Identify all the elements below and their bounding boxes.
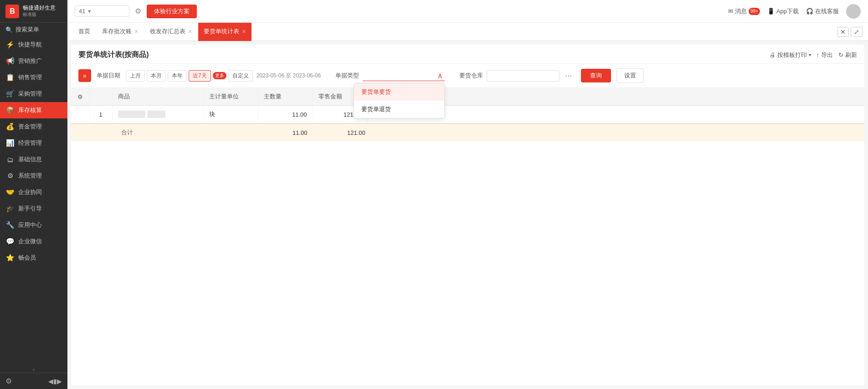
date-label: 单据日期: [97, 72, 120, 80]
dropdown-arrow-icon: ▾: [88, 8, 91, 15]
sidebar-icon-1: 📢: [5, 57, 15, 65]
refresh-btn[interactable]: ↻ 刷新: [838, 51, 857, 59]
sidebar-item-7[interactable]: 🗂 基础信息: [0, 151, 67, 168]
type-input-wrapper: ∧: [363, 70, 445, 81]
sidebar-item-1[interactable]: 📢 营销推广: [0, 53, 67, 69]
settings-icon[interactable]: ⚙: [5, 377, 12, 385]
sidebar-item-0[interactable]: ⚡ 快捷导航: [0, 36, 67, 53]
table-row: 1 块 11.00 121.00: [71, 106, 864, 123]
filter-warehouse-group: 要货仓库 ···: [459, 70, 572, 82]
topbar-dropdown[interactable]: 41 ▾: [75, 5, 129, 17]
page-actions: 🖨 按模板打印 ▾ ↑ 导出 ↻ 刷新: [770, 51, 858, 59]
sidebar-icon-6: 📊: [5, 139, 15, 147]
tab-order-stat[interactable]: 要货单统计表 ×: [198, 23, 251, 41]
sidebar-item-5[interactable]: 💰 资金管理: [0, 118, 67, 135]
sidebar-logo: B 畅捷通好生意 标准版: [0, 0, 67, 23]
sidebar-item-11[interactable]: 🔧 应用中心: [0, 217, 67, 233]
sidebar-item-13[interactable]: ⭐ 畅会员: [0, 250, 67, 266]
sidebar-item-inventory[interactable]: 📦 库存核算: [0, 102, 67, 118]
tabbar: 首页 库存批次账 × 收发存汇总表 × 要货单统计表 × ✕ ⤢: [67, 23, 868, 41]
table-footer: 合计 11.00 121.00: [71, 123, 864, 141]
msg-icon: ✉: [728, 8, 733, 15]
dropdown-item-0[interactable]: 要货单要货: [354, 83, 444, 101]
tab-home[interactable]: 首页: [73, 23, 96, 41]
data-table: ⚙ 商品 主计量单位 主数量 零: [71, 88, 864, 123]
type-arrow-icon[interactable]: ∧: [437, 72, 443, 80]
sidebar-scroll-indicator: [0, 367, 67, 373]
date-btn-prev-month[interactable]: 上月: [126, 70, 145, 82]
sidebar-item-2[interactable]: 📋 销售管理: [0, 69, 67, 86]
footer-qty: 11.00: [293, 129, 308, 136]
topbar-gear-icon[interactable]: ⚙: [135, 7, 141, 15]
product-placeholder: [118, 111, 198, 118]
col-unit: 主计量单位: [203, 88, 258, 106]
export-btn[interactable]: ↑ 导出: [817, 51, 833, 59]
trial-btn[interactable]: 体验行业方案: [147, 5, 197, 18]
tab-close-3[interactable]: ×: [242, 28, 246, 35]
collapse-icon[interactable]: ◀▮▶: [48, 378, 62, 385]
page-header: 要货单统计表(按商品) 🖨 按模板打印 ▾ ↑ 导出 ↻ 刷新: [71, 45, 864, 64]
expand-icon: »: [83, 72, 87, 79]
row-qty: 11.00: [258, 106, 313, 123]
topbar-msg[interactable]: ✉ 消息 99+: [728, 7, 760, 15]
sidebar-icon-7: 🗂: [5, 156, 15, 164]
row-unit: 块: [203, 106, 258, 123]
tab-close-2[interactable]: ×: [188, 28, 192, 35]
sidebar-icon-9: 🤝: [5, 188, 15, 196]
warehouse-input[interactable]: [487, 70, 560, 82]
query-btn[interactable]: 查询: [581, 69, 611, 82]
tabbar-close-btn[interactable]: ✕: [837, 27, 849, 37]
sidebar-item-6[interactable]: 📊 经营管理: [0, 135, 67, 151]
table-wrapper: ⚙ 商品 主计量单位 主数量 零: [71, 88, 864, 123]
date-btn-custom[interactable]: 自定义: [228, 70, 253, 82]
app-logo-icon: B: [5, 5, 19, 18]
export-icon: ↑: [817, 51, 820, 58]
col-no: [89, 88, 112, 106]
col-qty: 主数量: [258, 88, 313, 106]
sidebar-item-10[interactable]: 🎓 新手引导: [0, 200, 67, 217]
topbar-app[interactable]: 📱 App下载: [767, 7, 799, 15]
type-input[interactable]: [363, 70, 445, 81]
sidebar: B 畅捷通好生意 标准版 🔍 搜索菜单 ⚡ 快捷导航 📢 营销推广 📋 销售管理…: [0, 0, 67, 389]
tab-inventory-batch[interactable]: 库存批次账 ×: [97, 23, 144, 41]
filter-more-icon[interactable]: ···: [565, 71, 572, 81]
date-btn-7days[interactable]: 近7天: [189, 70, 211, 82]
date-more-badge[interactable]: 更多: [213, 72, 226, 79]
date-range-text: 2023-05-06 至 2023-06-06: [257, 72, 321, 80]
sidebar-search[interactable]: 🔍 搜索菜单: [0, 23, 67, 36]
row-settings: [71, 106, 89, 123]
print-arrow-icon: ▾: [809, 52, 811, 57]
date-btn-this-month[interactable]: 本月: [147, 70, 166, 82]
print-btn[interactable]: 🖨 按模板打印 ▾: [770, 51, 811, 59]
tab-receive-summary[interactable]: 收发存汇总表 ×: [144, 23, 197, 41]
sidebar-item-12[interactable]: 💬 企业微信: [0, 233, 67, 250]
table-header-row: ⚙ 商品 主计量单位 主数量 零: [71, 88, 864, 106]
search-icon: 🔍: [5, 26, 13, 33]
date-btn-this-year[interactable]: 本年: [168, 70, 187, 82]
filter-expand-btn[interactable]: »: [78, 69, 91, 82]
col-settings[interactable]: ⚙: [71, 88, 89, 106]
sidebar-item-3[interactable]: 🛒 采购管理: [0, 86, 67, 102]
sidebar-icon-4: 📦: [5, 106, 15, 114]
setting-btn[interactable]: 设置: [616, 68, 644, 83]
page-title: 要货单统计表(按商品): [78, 50, 149, 60]
dropdown-item-1[interactable]: 要货单退货: [354, 101, 444, 118]
tab-close-1[interactable]: ×: [134, 28, 138, 35]
topbar-service[interactable]: 🎧 在线客服: [806, 7, 839, 15]
refresh-icon: ↻: [838, 51, 843, 58]
tabbar-expand-btn[interactable]: ⤢: [851, 27, 863, 37]
sidebar-item-8[interactable]: ⚙ 系统管理: [0, 168, 67, 184]
page: 要货单统计表(按商品) 🖨 按模板打印 ▾ ↑ 导出 ↻ 刷新: [67, 41, 868, 389]
phone-icon: 📱: [767, 8, 775, 15]
topbar-right: ✉ 消息 99+ 📱 App下载 🎧 在线客服: [728, 4, 861, 19]
type-label: 单据类型: [335, 72, 359, 80]
sidebar-icon-2: 📋: [5, 73, 15, 82]
tabbar-actions: ✕ ⤢: [837, 27, 863, 37]
sidebar-item-9[interactable]: 🤝 企业协同: [0, 184, 67, 200]
sidebar-icon-0: ⚡: [5, 41, 15, 49]
sidebar-bottom: ⚙ ◀▮▶: [0, 373, 67, 389]
headset-icon: 🎧: [806, 8, 813, 15]
topbar-avatar[interactable]: [846, 4, 861, 19]
footer-amount: 121.00: [347, 129, 365, 136]
print-icon: 🖨: [770, 51, 776, 58]
